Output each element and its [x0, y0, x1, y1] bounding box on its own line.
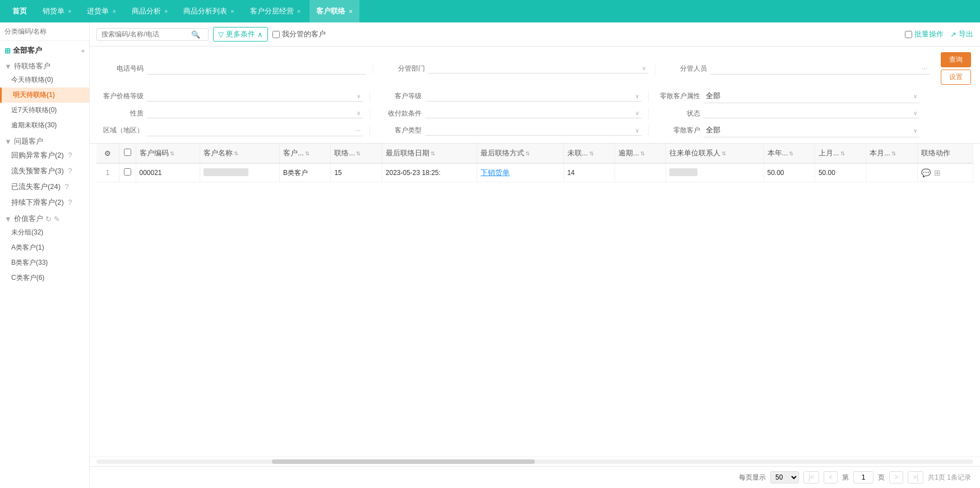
dept-select[interactable]: ∨ — [428, 63, 648, 73]
sidebar-item-b-class[interactable]: B类客户(33) — [0, 255, 89, 270]
nav-home[interactable]: 首页 — [6, 0, 34, 22]
sort-icon[interactable]: ⇅ — [356, 150, 360, 156]
close-icon[interactable]: × — [230, 8, 234, 15]
sidebar-item-today-pending[interactable]: 今天待联络(0) — [0, 72, 89, 88]
sidebar-item-ungrouped[interactable]: 未分组(32) — [0, 225, 89, 240]
sidebar-item-overdue[interactable]: 逾期未联络(30) — [0, 118, 89, 133]
batch-checkbox[interactable] — [905, 31, 912, 38]
settings-icon[interactable]: ⚙ — [104, 149, 111, 158]
area-label: 区域（地区） — [99, 126, 144, 135]
contact-method-link[interactable]: 下销货单 — [480, 168, 510, 177]
help-icon[interactable]: ? — [68, 151, 72, 159]
prev-page-button[interactable]: < — [824, 471, 838, 484]
toolbar-right: 批量操作 ↗ 导出 — [905, 29, 973, 39]
not-contacted-cell: 14 — [563, 163, 614, 182]
filter-customer-type: 客户类型 ∨ — [377, 126, 641, 136]
first-page-button[interactable]: |< — [803, 471, 819, 484]
sort-icon[interactable]: ⇅ — [891, 150, 896, 156]
pending-group-title[interactable]: ▼ 待联络客户 — [0, 58, 89, 72]
row-checkbox[interactable] — [124, 168, 131, 176]
select-all-checkbox[interactable] — [124, 149, 131, 156]
help-icon[interactable]: ? — [68, 198, 72, 206]
batch-operation-button[interactable]: 批量操作 — [905, 29, 944, 39]
problem-group-title[interactable]: ▼ 问题客户 — [0, 133, 89, 148]
chevron-down-icon: ∨ — [642, 65, 646, 71]
sort-icon[interactable]: ⇅ — [525, 150, 530, 156]
sort-icon[interactable]: ⇅ — [789, 150, 793, 156]
page-number-input[interactable] — [853, 471, 873, 484]
sidebar-item-declining[interactable]: 持续下滑客户(2) ? — [0, 195, 89, 210]
sort-icon[interactable]: ⇅ — [305, 150, 309, 156]
value-group-title[interactable]: ▼ 价值客户 ↻ ✎ — [0, 210, 89, 225]
sidebar-item-c-class[interactable]: C类客户(6) — [0, 270, 89, 286]
contact-action-icon[interactable]: 💬 — [921, 168, 931, 177]
next-page-button[interactable]: > — [889, 471, 903, 484]
close-icon[interactable]: × — [297, 8, 301, 15]
close-icon[interactable]: × — [164, 8, 168, 15]
nav-sales-order[interactable]: 销货单 × — [36, 0, 78, 22]
sidebar-item-week-pending[interactable]: 近7天待联络(0) — [0, 103, 89, 118]
retail-attr-select[interactable]: 全部 ∨ — [704, 89, 919, 103]
payment-select[interactable]: ∨ — [425, 108, 641, 118]
action-icons: 💬 ⊞ — [921, 168, 969, 177]
sort-icon[interactable]: ⇅ — [640, 150, 645, 156]
search-icon[interactable]: 🔍 — [191, 30, 200, 39]
sort-icon[interactable]: ⇅ — [722, 150, 726, 156]
last-page-button[interactable]: >| — [908, 471, 923, 484]
customer-level-select[interactable]: ∨ — [425, 91, 641, 102]
filter-area: 区域（地区） ··· — [99, 125, 363, 136]
sidebar-item-a-class[interactable]: A类客户(1) — [0, 240, 89, 255]
my-customers-filter[interactable]: 我分管的客户 — [272, 29, 326, 39]
customer-name-cell — [200, 163, 280, 182]
col-contact-person-label: 往来单位联系人 — [669, 148, 720, 158]
sidebar-search-input[interactable] — [4, 27, 89, 35]
col-last-contact-date-label: 最后联络日期 — [386, 148, 429, 158]
close-icon[interactable]: × — [68, 8, 71, 15]
all-customers-title[interactable]: ⊞ 全部客户 « — [0, 41, 89, 58]
status-select[interactable]: ∨ — [704, 108, 919, 118]
nav-product-analysis[interactable]: 商品分析 × — [125, 0, 174, 22]
footer: 每页显示 50 100 200 |< < 第 页 > >| 共1页 1条记录 — [90, 466, 980, 488]
close-icon[interactable]: × — [112, 8, 115, 15]
search-input[interactable] — [101, 30, 191, 38]
help-icon[interactable]: ? — [64, 182, 68, 191]
export-button[interactable]: ↗ 导出 — [950, 29, 973, 39]
nav-customer-contact[interactable]: 客户联络 × — [309, 0, 359, 22]
sort-icon[interactable]: ⇅ — [170, 150, 174, 156]
close-icon[interactable]: × — [349, 8, 352, 15]
per-page-select[interactable]: 50 100 200 — [770, 471, 799, 484]
sidebar-item-tomorrow-pending[interactable]: 明天待联络(1) — [0, 88, 89, 103]
nav-customer-layering[interactable]: 客户分层经营 × — [243, 0, 307, 22]
refresh-icon[interactable]: ↻ — [45, 215, 52, 223]
sort-icon[interactable]: ⇅ — [840, 150, 845, 156]
phone-input[interactable] — [147, 63, 366, 75]
sidebar-item-churned[interactable]: 已流失客户(24) ? — [0, 179, 89, 195]
sidebar-item-abnormal-repurchase[interactable]: 回购异常客户(2) ? — [0, 148, 89, 163]
sort-icon[interactable]: ⇅ — [431, 150, 435, 156]
nav-purchase-order[interactable]: 进货单 × — [80, 0, 122, 22]
nature-select[interactable]: ∨ — [147, 108, 363, 118]
this-month-cell — [866, 163, 917, 182]
data-table-area: ⚙ 客户编码 ⇅ 客户名称 — [90, 144, 980, 457]
nav-product-analysis-list[interactable]: 商品分析列表 × — [177, 0, 241, 22]
price-level-select[interactable]: ∨ — [147, 91, 363, 102]
col-overdue: 逾期... ⇅ — [615, 144, 666, 163]
sidebar-item-churn-warning[interactable]: 流失预警客户(3) ? — [0, 163, 89, 179]
customer-type-select[interactable]: ∨ — [425, 126, 641, 136]
help-icon[interactable]: ? — [68, 167, 72, 175]
more-filter-button[interactable]: ▽ 更多条件 ∧ — [213, 27, 268, 42]
edit-icon[interactable]: ✎ — [54, 215, 60, 223]
sort-icon[interactable]: ⇅ — [589, 150, 594, 156]
collapse-icon[interactable]: « — [81, 47, 85, 54]
query-button[interactable]: 查询 — [941, 52, 971, 67]
scroll-thumb[interactable] — [272, 459, 535, 464]
ellipsis-icon: ··· — [355, 126, 360, 134]
my-customers-checkbox[interactable] — [272, 31, 280, 38]
person-select[interactable]: ··· — [710, 63, 930, 75]
customer-type-label: 客户类型 — [377, 126, 422, 135]
reset-button[interactable]: 设置 — [941, 70, 971, 85]
more-action-icon[interactable]: ⊞ — [934, 168, 941, 177]
sort-icon[interactable]: ⇅ — [234, 150, 238, 156]
retail-select[interactable]: 全部 ∨ — [704, 123, 919, 137]
area-select[interactable]: ··· — [147, 125, 363, 136]
